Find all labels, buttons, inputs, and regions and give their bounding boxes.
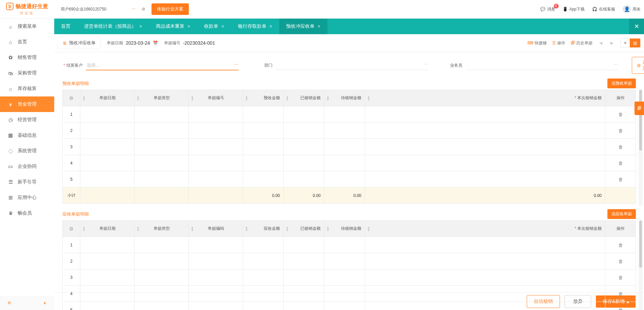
app-download-link[interactable]: 📱 App下载: [563, 6, 585, 12]
col-bill-date[interactable]: 单据日期: [99, 226, 116, 231]
close-icon[interactable]: ✕: [269, 24, 273, 29]
sidebar-item[interactable]: ⌕搜索菜单: [0, 19, 54, 34]
table-row[interactable]: 1🗑: [63, 106, 636, 123]
org-settings-icon[interactable]: ⚙: [142, 7, 145, 12]
experience-plan-button[interactable]: 体验行业方案: [152, 3, 189, 15]
table-row[interactable]: 3🗑: [63, 269, 636, 286]
view-card-toggle[interactable]: ▤: [630, 39, 640, 47]
settle-customer-input[interactable]: [86, 61, 239, 70]
department-label: 部门: [252, 63, 273, 68]
salesperson-more-icon[interactable]: ⋯: [613, 62, 618, 67]
sidebar-label: 新手引导: [18, 179, 37, 185]
tab[interactable]: 首页: [54, 19, 77, 34]
calendar-icon[interactable]: 📅: [153, 41, 158, 45]
col-receivable-amount[interactable]: 应收金额: [264, 226, 280, 231]
sidebar-item[interactable]: ◷经营管理: [0, 112, 54, 128]
tab-label: 银行存取款单: [238, 23, 266, 29]
gear-icon[interactable]: ⚙: [69, 95, 74, 101]
prepay-section-title: 预收单据明细: [62, 81, 89, 87]
sidebar-icon: ▦: [7, 132, 14, 138]
scrollbar[interactable]: [639, 220, 643, 310]
sidebar-item[interactable]: 🛍采购管理: [0, 65, 54, 81]
sidebar-icon: ⊞: [7, 195, 14, 201]
messages-link[interactable]: 💬 消息 6: [540, 6, 555, 12]
tab[interactable]: 进货单统计表（按商品）✕: [77, 19, 149, 34]
select-receivable-bills-button[interactable]: 选应收单据: [607, 209, 636, 219]
tab[interactable]: 银行存取款单✕: [231, 19, 279, 34]
col-this-writeoff[interactable]: 本次核销金额: [577, 95, 602, 100]
col-bill-type[interactable]: 单据类型: [154, 95, 170, 100]
close-icon[interactable]: ✕: [317, 24, 321, 29]
tab[interactable]: 收款单✕: [197, 19, 231, 34]
close-icon[interactable]: ✕: [221, 24, 224, 29]
user-menu[interactable]: 👤 用友: [623, 5, 641, 13]
gear-icon[interactable]: ⚙: [69, 226, 74, 231]
col-written-off[interactable]: 已核销金额: [300, 226, 321, 231]
sidebar-item[interactable]: ♛畅会员: [0, 205, 54, 221]
sidebar-item[interactable]: ✿销售管理: [0, 50, 54, 65]
shortcut-link[interactable]: ⌨快捷键: [527, 40, 547, 46]
sidebar-item[interactable]: ⌂首页: [0, 34, 54, 50]
collapse-sidebar-icon[interactable]: ⏴: [43, 301, 47, 305]
sidebar-item[interactable]: ☰新手引导: [0, 174, 54, 190]
avatar-icon: 👤: [623, 5, 631, 13]
col-bill-code[interactable]: 单据编码: [208, 226, 224, 231]
sidebar-item[interactable]: ¥资金管理: [0, 96, 54, 112]
footer-gear-icon[interactable]: ⚙: [7, 301, 11, 305]
sidebar-icon: ⌕: [7, 24, 14, 29]
tab[interactable]: 商品成本重算✕: [149, 19, 197, 34]
table-row[interactable]: 5🗑: [63, 302, 636, 310]
delete-icon[interactable]: 🗑: [618, 275, 623, 280]
table-row[interactable]: 1🗑: [63, 237, 636, 253]
next-bill-button[interactable]: ▶: [609, 41, 615, 45]
col-bill-no[interactable]: 单据编号: [208, 95, 224, 100]
table-row[interactable]: 2🗑: [63, 123, 636, 139]
close-icon[interactable]: ✕: [139, 24, 142, 29]
delete-icon[interactable]: 🗑: [618, 291, 623, 296]
chevron-down-icon[interactable]: ﹀: [424, 62, 428, 68]
delete-icon[interactable]: 🗑: [618, 112, 623, 117]
delete-icon[interactable]: 🗑: [618, 242, 623, 248]
table-row[interactable]: 4🗑: [63, 286, 636, 302]
delete-icon[interactable]: 🗑: [618, 144, 623, 150]
org-selector[interactable]: 用户690企业1660120750 ﹀: [58, 5, 139, 14]
operations-link[interactable]: ☰操作: [552, 40, 565, 46]
table-row[interactable]: 5🗑: [63, 171, 636, 187]
sidebar-item[interactable]: ⊞应用中心: [0, 190, 54, 205]
table-row[interactable]: 2🗑: [63, 253, 636, 269]
sidebar-item[interactable]: ▦基础信息: [0, 128, 54, 143]
customer-service-link[interactable]: 🎧 在线客服: [592, 6, 615, 12]
delete-icon[interactable]: 🗑: [618, 128, 623, 133]
delete-icon[interactable]: 🗑: [618, 160, 623, 166]
bill-date-value[interactable]: 2023-03-24: [126, 40, 150, 46]
department-input[interactable]: [276, 61, 428, 70]
sidebar-item[interactable]: ⌂库存核算: [0, 81, 54, 96]
delete-icon[interactable]: 🗑: [618, 259, 623, 264]
sidebar-icon: ⌂: [7, 86, 14, 92]
col-pending[interactable]: 待核销金额: [341, 95, 361, 100]
prev-bill-button[interactable]: ◀: [598, 41, 604, 45]
sidebar-item[interactable]: ▭企业协同: [0, 159, 54, 174]
col-pending[interactable]: 待核销金额: [341, 226, 361, 231]
view-list-toggle[interactable]: ≡: [621, 39, 630, 47]
table-row[interactable]: 3🗑: [63, 139, 636, 155]
settings-button[interactable]: ⚙设置: [632, 57, 644, 74]
settle-customer-more-icon[interactable]: ⋯: [234, 62, 239, 67]
salesperson-input[interactable]: [466, 61, 618, 70]
col-written-off[interactable]: 已核销金额: [300, 95, 321, 100]
col-prepay-amount[interactable]: 预收金额: [264, 95, 280, 100]
col-bill-date[interactable]: 单据日期: [99, 95, 116, 100]
close-all-tabs-button[interactable]: ✕: [629, 19, 644, 34]
sidebar: ⌕搜索菜单⌂首页✿销售管理🛍采购管理⌂库存核算¥资金管理◷经营管理▦基础信息◌系…: [0, 19, 54, 310]
table-row[interactable]: 4🗑: [63, 155, 636, 171]
history-link[interactable]: 🗐历史单据: [571, 40, 592, 46]
col-bill-type[interactable]: 单据类型: [154, 226, 170, 231]
tab[interactable]: 预收冲应收单✕: [279, 19, 327, 34]
col-this-writeoff[interactable]: 本次核销金额: [577, 226, 602, 231]
sidebar-item[interactable]: ◌系统管理: [0, 143, 54, 159]
delete-icon[interactable]: 🗑: [618, 177, 623, 182]
delete-icon[interactable]: 🗑: [618, 307, 623, 310]
select-prepay-bills-button[interactable]: 选预收单据: [607, 79, 636, 88]
close-icon[interactable]: ✕: [187, 24, 190, 29]
side-drawer-toggle[interactable]: 🗐: [635, 102, 644, 115]
